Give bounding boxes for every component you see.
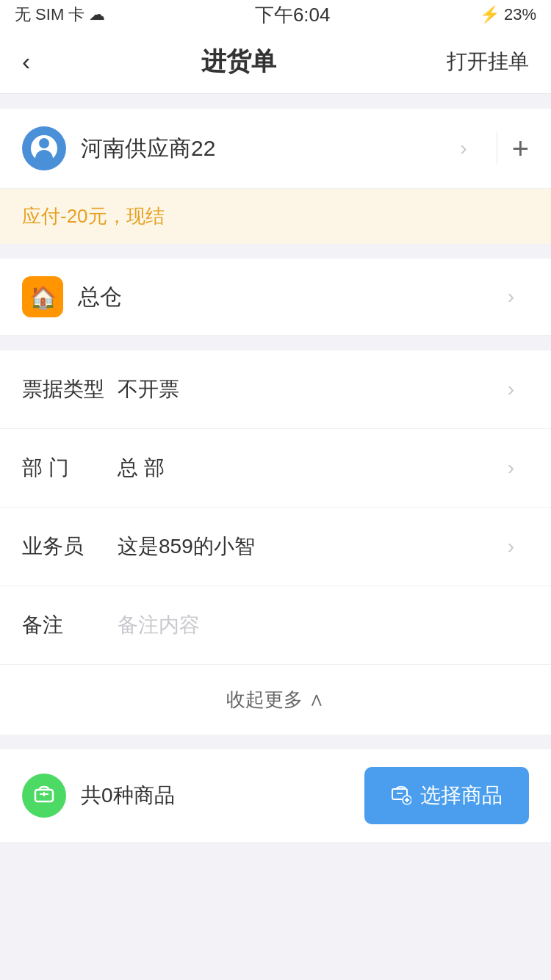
form-section: 票据类型 不开票 › 部 门 总 部 › 业务员 这是859的小智 › 备注 备… — [0, 350, 551, 735]
sim-status: 无 SIM 卡 ☁ — [15, 4, 105, 26]
page-title: 进货单 — [201, 45, 276, 79]
remark-input[interactable]: 备注内容 — [118, 611, 529, 639]
warehouse-chevron-icon: › — [508, 285, 514, 309]
supplier-row[interactable]: 河南供应商22 › + — [0, 109, 551, 189]
notice-banner: 应付-20元，现结 — [0, 189, 551, 244]
battery-level: 23% — [504, 5, 536, 24]
open-pending-button[interactable]: 打开挂单 — [447, 48, 529, 76]
select-product-label: 选择商品 — [420, 782, 503, 810]
collapse-button[interactable]: 收起更多 ∧ — [0, 665, 551, 735]
salesperson-value: 这是859的小智 — [118, 533, 508, 561]
battery-icon: ⚡ — [480, 5, 500, 24]
invoice-type-value: 不开票 — [118, 375, 508, 403]
product-cart-icon — [22, 774, 66, 818]
invoice-type-row[interactable]: 票据类型 不开票 › — [0, 350, 551, 429]
gap2 — [0, 244, 551, 259]
remark-row[interactable]: 备注 备注内容 — [0, 586, 551, 665]
department-row[interactable]: 部 门 总 部 › — [0, 429, 551, 508]
gap4 — [0, 735, 551, 749]
status-left: 无 SIM 卡 ☁ — [15, 4, 105, 26]
add-button[interactable]: + — [512, 132, 529, 165]
gap3 — [0, 336, 551, 350]
nav-bar: ‹ 进货单 打开挂单 — [0, 29, 551, 94]
invoice-chevron-icon: › — [508, 378, 514, 401]
status-time: 下午6:04 — [255, 2, 331, 28]
select-product-button[interactable]: 选择商品 — [364, 767, 529, 824]
gap1 — [0, 94, 551, 109]
warehouse-icon: 🏠 — [22, 276, 63, 317]
department-label: 部 门 — [22, 454, 118, 482]
warehouse-row[interactable]: 🏠 总仓 › — [0, 259, 551, 336]
department-value: 总 部 — [118, 454, 508, 482]
status-right: ⚡ 23% — [480, 5, 536, 24]
back-button[interactable]: ‹ — [22, 47, 30, 76]
salesperson-row[interactable]: 业务员 这是859的小智 › — [0, 508, 551, 586]
invoice-type-label: 票据类型 — [22, 375, 118, 403]
warehouse-name: 总仓 — [78, 282, 508, 312]
supplier-avatar — [22, 126, 66, 170]
remark-label: 备注 — [22, 611, 118, 639]
warehouse-section: 🏠 总仓 › — [0, 259, 551, 336]
select-product-icon — [391, 785, 411, 806]
status-bar: 无 SIM 卡 ☁ 下午6:04 ⚡ 23% — [0, 0, 551, 29]
supplier-name: 河南供应商22 — [81, 134, 460, 164]
vertical-divider — [497, 132, 497, 165]
salesperson-chevron-icon: › — [508, 535, 514, 558]
product-count: 共0种商品 — [81, 782, 364, 810]
supplier-chevron-icon: › — [460, 137, 467, 160]
avatar-person-icon — [31, 135, 57, 162]
bottom-bar: 共0种商品 选择商品 — [0, 749, 551, 842]
supplier-section: 河南供应商22 › + 应付-20元，现结 — [0, 109, 551, 244]
department-chevron-icon: › — [508, 456, 514, 480]
salesperson-label: 业务员 — [22, 533, 118, 561]
